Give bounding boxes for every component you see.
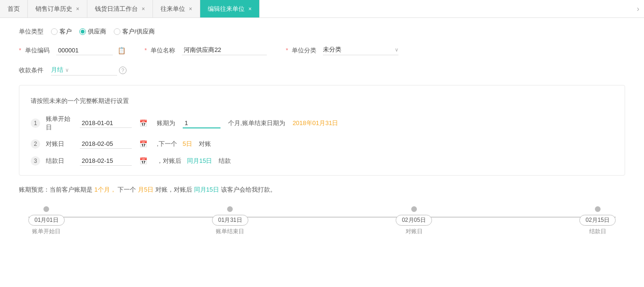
preview-period: 1个月， [94,186,116,193]
row2-highlight: 5日 [183,140,192,148]
row3-desc-suffix: 结款 [219,157,231,165]
code-required: * [19,47,21,54]
unit-name-input[interactable] [182,46,267,55]
timeline-items: 01月01日 账单开始日 01月31日 账单结束日 02月05日 对账日 02月… [28,206,616,236]
radio-customer[interactable]: 客户 [51,27,72,36]
preview-payment: 同月15日 [194,186,219,193]
tab-cash-work[interactable]: 钱货日清工作台 × [87,0,153,17]
timeline-label-1: 账单开始日 [32,228,60,236]
start-date-input[interactable] [80,118,132,128]
tab-edit-partner[interactable]: 编辑往来单位 × [200,0,260,17]
timeline-badge-4: 02月15日 [579,215,616,226]
unit-code-icon[interactable]: 📋 [118,47,126,54]
tab-partner[interactable]: 往来单位 × [153,0,200,17]
tab-sales-history[interactable]: 销售订单历史 × [28,0,87,17]
setting-row-1: 1 账单开始日 📅 账期为 个月,账单结束日期为 2018年01月31日 [31,115,613,132]
timeline: 01月01日 账单开始日 01月31日 账单结束日 02月05日 对账日 02月… [19,206,625,236]
timeline-badge-3: 02月05日 [396,215,432,226]
reconcile-date-input[interactable] [80,139,132,149]
payment-date-cal[interactable]: 📅 [139,157,147,165]
timeline-dot-3 [411,206,417,212]
tab-more-button[interactable]: › [632,0,644,17]
preview-reconcile-post: 对账，对账后 [155,186,192,193]
close-edit-partner[interactable]: × [248,6,252,12]
row2-desc-suffix: 对账 [199,140,211,148]
unit-name-label: 单位名称 [151,46,175,55]
close-partner[interactable]: × [189,6,192,12]
radio-supplier[interactable]: 供应商 [79,27,106,36]
row-num-1: 1 [31,118,40,128]
timeline-label-3: 对账日 [406,228,423,236]
reconcile-date-cal[interactable]: 📅 [139,140,147,148]
close-cash-work[interactable]: × [142,6,145,12]
tab-bar: 首页 销售订单历史 × 钱货日清工作台 × 往来单位 × 编辑往来单位 × › [0,0,644,18]
setting-rows: 1 账单开始日 📅 账期为 个月,账单结束日期为 2018年01月31日 2 对… [31,115,613,166]
timeline-item-2: 01月31日 账单结束日 [212,206,248,236]
radio-both[interactable]: 客户/供应商 [114,27,155,36]
timeline-item-4: 02月15日 结款日 [579,206,616,236]
payment-terms-row: 收款条件 月结 ∨ ? [19,65,625,76]
preview-label: 账期预览：当前客户账期是 [19,186,93,193]
row2-desc-pre: ,下一个 [157,140,177,148]
payment-date-input[interactable] [80,156,132,166]
timeline-badge-2: 01月31日 [212,215,248,226]
close-sales-history[interactable]: × [76,6,79,12]
unit-info-row: * 单位编码 📋 * 单位名称 * 单位分类 未分类 ∨ [19,45,625,55]
preview-section: 账期预览：当前客户账期是 1个月， 下一个 月5日 对账，对账后 同月15日 该… [19,185,625,243]
unit-category-label: 单位分类 [292,46,316,55]
row-label-2: 对账日 [46,140,74,148]
end-date-highlight: 2018年01月31日 [293,119,339,127]
start-date-cal[interactable]: 📅 [139,119,147,127]
row-num-3: 3 [31,156,40,166]
radio-circle-supplier [79,28,86,35]
timeline-item-3: 02月05日 对账日 [396,206,432,236]
row-label-3: 结款日 [46,157,74,165]
unit-type-row: 单位类型 客户 供应商 客户/供应商 [19,27,625,36]
setting-row-3: 3 结款日 📅 ，对账后 同月15日 结款 [31,156,613,166]
category-dropdown-arrow: ∨ [395,47,398,53]
unit-category-select[interactable]: 未分类 ∨ [323,45,398,55]
unit-type-label: 单位类型 [19,27,43,36]
row-label-1: 账单开始日 [46,115,74,132]
period-input[interactable] [183,118,220,128]
section-instruction: 请按照未来的一个完整帐期进行设置 [31,97,613,105]
row3-desc-pre: ，对账后 [157,157,181,165]
cat-required: * [286,47,288,54]
timeline-dot-2 [227,206,233,212]
row1-desc-pre: 账期为 [157,119,175,127]
preview-reconcile-pre: 下一个 [118,186,136,193]
row1-desc-suffix: 个月,账单结束日期为 [228,119,285,127]
row-num-2: 2 [31,139,40,149]
preview-payment-post: 该客户会给我打款。 [221,186,276,193]
radio-circle-customer [51,28,58,35]
unit-category-value: 未分类 [323,45,395,54]
preview-text: 账期预览：当前客户账期是 1个月， 下一个 月5日 对账，对账后 同月15日 该… [19,185,625,195]
timeline-label-4: 结款日 [589,228,606,236]
timeline-badge-1: 01月01日 [28,215,65,226]
payment-terms-arrow: ∨ [65,67,69,73]
unit-code-label: 单位编码 [25,46,50,55]
setting-row-2: 2 对账日 📅 ,下一个 5日 对账 [31,139,613,149]
tab-home[interactable]: 首页 [0,0,28,17]
preview-reconcile: 月5日 [138,186,153,193]
timeline-dot-4 [595,206,601,212]
payment-terms-select[interactable]: 月结 ∨ [51,65,117,76]
timeline-item-1: 01月01日 账单开始日 [28,206,65,236]
unit-code-input[interactable] [56,46,113,55]
settings-section: 请按照未来的一个完整帐期进行设置 1 账单开始日 📅 账期为 个月,账单结束日期… [19,85,625,176]
timeline-dot-1 [43,206,49,212]
help-icon[interactable]: ? [119,67,127,74]
main-content: 单位类型 客户 供应商 客户/供应商 * 单位编码 📋 * 单位名称 [0,18,644,287]
unit-type-radio-group: 客户 供应商 客户/供应商 [51,27,155,36]
timeline-label-2: 账单结束日 [216,228,244,236]
radio-circle-both [114,28,120,35]
name-required: * [144,47,147,54]
row3-highlight: 同月15日 [187,157,212,165]
payment-terms-label: 收款条件 [19,66,43,75]
payment-terms-value: 月结 [51,66,63,74]
